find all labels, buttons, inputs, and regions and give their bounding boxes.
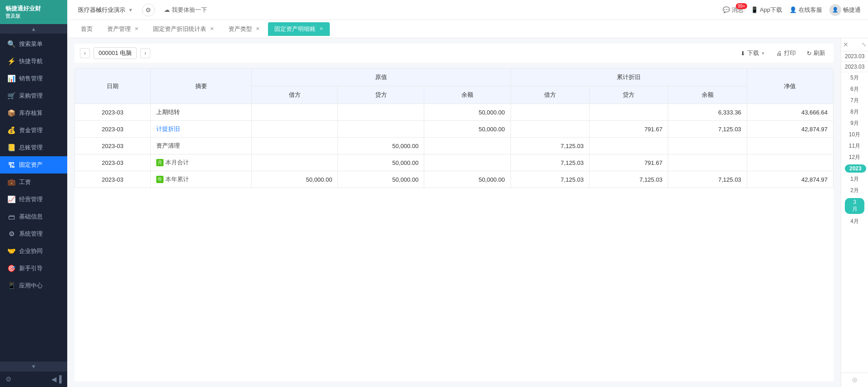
sidebar-item-app-center[interactable]: 📱 应用中心 xyxy=(0,277,67,294)
tab-close-icon[interactable]: ✕ xyxy=(210,26,214,32)
settings-icon[interactable]: ⚙ xyxy=(5,375,11,383)
year-badge-icon: 年 xyxy=(156,176,164,183)
download-btn[interactable]: ⬇ 下载 ▼ xyxy=(738,47,768,59)
timeline-close-btn[interactable]: ✕ xyxy=(843,41,848,48)
row-summary: 月 本月合计 xyxy=(150,154,252,171)
tab-label: 首页 xyxy=(81,25,93,33)
timeline-item-2[interactable]: 2月 xyxy=(841,185,868,196)
settings-btn[interactable]: ⚙ xyxy=(142,4,155,16)
timeline-scroll[interactable]: 5月 6月 7月 8月 9月 10月 11月 12月 2023 1月 2月 3月… xyxy=(841,72,868,372)
row-net-value xyxy=(747,154,833,171)
timeline-item-3-active[interactable]: 3月 xyxy=(841,196,868,216)
sidebar-item-inventory[interactable]: 📦 库存核算 xyxy=(0,104,67,122)
sidebar-item-base-info[interactable]: 🗃 基础信息 xyxy=(0,208,67,225)
row-yv-credit: 50,000.00 xyxy=(338,154,424,171)
tab-depreciation-stats[interactable]: 固定资产折旧统计表 ✕ xyxy=(147,22,220,36)
timeline-item-5[interactable]: 5月 xyxy=(841,72,868,84)
month-badge-icon: 月 xyxy=(156,159,164,166)
timeline-item-6[interactable]: 6月 xyxy=(841,84,868,95)
col-original-value: 原值 xyxy=(252,69,511,86)
timeline-bottom: ⊕ xyxy=(841,372,868,387)
timeline-year-2023: 2023 xyxy=(841,163,868,174)
sidebar-scroll-up[interactable]: ▲ xyxy=(0,24,67,34)
col-accumulated-depreciation: 累计折旧 xyxy=(511,69,747,86)
download-icon: 📱 xyxy=(751,6,758,13)
user-profile[interactable]: 👤 畅捷通 xyxy=(829,4,861,16)
row-lj-credit: 791.67 xyxy=(589,154,668,171)
timeline-expand-btn[interactable]: ⤡ xyxy=(862,41,866,48)
funds-icon: 💰 xyxy=(7,126,15,134)
sidebar-item-purchase[interactable]: 🛒 采购管理 xyxy=(0,87,67,104)
ledger-icon: 📒 xyxy=(7,144,15,152)
experience-btn[interactable]: ☁ 我要体验一下 xyxy=(160,4,211,16)
timeline-item-9[interactable]: 9月 xyxy=(841,118,868,129)
row-date: 2023-03 xyxy=(75,154,151,171)
timeline-item-4[interactable]: 4月 xyxy=(841,216,868,227)
sidebar-item-operations[interactable]: 📈 经营管理 xyxy=(0,191,67,208)
sidebar-item-fixed-assets[interactable]: 🏗 固定资产 xyxy=(0,156,67,174)
row-yv-balance: 50,000.00 xyxy=(424,104,511,121)
row-date: 2023-03 xyxy=(75,104,151,121)
tab-close-icon[interactable]: ✕ xyxy=(319,26,323,32)
tab-close-icon[interactable]: ✕ xyxy=(256,26,260,32)
timeline-item-1[interactable]: 1月 xyxy=(841,174,868,185)
print-label: 打印 xyxy=(784,49,796,57)
row-date: 2023-03 xyxy=(75,171,151,188)
prev-asset-btn[interactable]: ‹ xyxy=(80,48,90,58)
app-download-label: App下载 xyxy=(760,6,782,14)
asset-sub-header: ‹ 000001 电脑 › ⬇ 下载 ▼ 🖨 打印 ↻ xyxy=(74,44,833,63)
dropdown-icon: ▼ xyxy=(761,51,765,56)
timeline-item-10[interactable]: 10月 xyxy=(841,129,868,140)
col-net-value: 净值 xyxy=(747,69,833,104)
col-yv-balance: 余额 xyxy=(424,86,511,104)
timeline-item-7[interactable]: 7月 xyxy=(841,95,868,106)
project-selector[interactable]: 医疗器械行业演示 ▼ xyxy=(74,4,137,16)
sidebar-scroll-down[interactable]: ▼ xyxy=(0,362,67,371)
sidebar-item-payroll[interactable]: 💼 工资 xyxy=(0,174,67,191)
row-yv-debit xyxy=(252,138,338,154)
timeline-down-icon[interactable]: ⊕ xyxy=(852,376,858,384)
sidebar-item-label: 快捷导航 xyxy=(19,57,43,65)
refresh-btn[interactable]: ↻ 刷新 xyxy=(804,47,828,59)
tab-asset-type[interactable]: 资产类型 ✕ xyxy=(222,22,266,36)
sidebar-item-label: 库存核算 xyxy=(19,109,43,117)
sidebar: 畅捷通好业财 普及版 ▲ 🔍 搜索菜单 ⚡ 快捷导航 📊 销售管理 🛒 采购管理… xyxy=(0,0,67,387)
tab-home[interactable]: 首页 xyxy=(74,22,99,36)
tab-bar: 首页 资产管理 ✕ 固定资产折旧统计表 ✕ 资产类型 ✕ 固定资产明细账 ✕ xyxy=(67,20,868,38)
print-btn[interactable]: 🖨 打印 xyxy=(774,47,799,59)
header-right: 💬 消息 99+ 📱 App下载 👤 在线客服 👤 畅捷通 xyxy=(723,4,861,16)
purchase-icon: 🛒 xyxy=(7,92,15,100)
sidebar-item-search[interactable]: 🔍 搜索菜单 xyxy=(0,35,67,53)
sidebar-item-sales[interactable]: 📊 销售管理 xyxy=(0,70,67,87)
sidebar-item-ledger[interactable]: 📒 总账管理 xyxy=(0,139,67,156)
row-yv-balance: 50,000.00 xyxy=(424,121,511,138)
timeline-item-12[interactable]: 12月 xyxy=(841,152,868,163)
row-summary: 计提折旧 xyxy=(150,121,252,138)
messages-btn[interactable]: 💬 消息 99+ xyxy=(723,6,744,14)
app-download-btn[interactable]: 📱 App下载 xyxy=(751,6,782,14)
col-lj-balance: 余额 xyxy=(668,86,747,104)
timeline-item-11[interactable]: 11月 xyxy=(841,140,868,152)
collapse-icon[interactable]: ◀▐ xyxy=(51,375,62,383)
sidebar-item-quick-nav[interactable]: ⚡ 快捷导航 xyxy=(0,53,67,70)
row-lj-balance: 6,333.36 xyxy=(668,104,747,121)
row-yv-balance xyxy=(424,154,511,171)
sidebar-item-enterprise[interactable]: 🤝 企业协同 xyxy=(0,243,67,260)
row-lj-credit: 7,125.03 xyxy=(589,171,668,188)
sidebar-item-funds[interactable]: 💰 资金管理 xyxy=(0,122,67,139)
next-asset-btn[interactable]: › xyxy=(140,48,150,58)
row-lj-debit xyxy=(511,121,589,138)
tab-close-icon[interactable]: ✕ xyxy=(134,26,139,32)
customer-service-btn[interactable]: 👤 在线客服 xyxy=(789,6,822,14)
sidebar-item-guide[interactable]: 🎯 新手引导 xyxy=(0,260,67,277)
refresh-icon: ↻ xyxy=(807,50,812,57)
enterprise-icon: 🤝 xyxy=(7,247,15,255)
tab-label: 资产管理 xyxy=(107,25,131,33)
tab-asset-mgmt[interactable]: 资产管理 ✕ xyxy=(101,22,145,36)
col-lj-credit: 贷方 xyxy=(589,86,668,104)
timeline-item-8[interactable]: 8月 xyxy=(841,106,868,118)
tab-asset-detail[interactable]: 固定资产明细账 ✕ xyxy=(268,22,330,36)
table-row: 2023-03 上期结转 50,000.00 6,333.36 43,666.6… xyxy=(75,104,833,121)
sidebar-item-system[interactable]: ⚙ 系统管理 xyxy=(0,225,67,243)
sidebar-item-label: 基础信息 xyxy=(19,213,43,221)
